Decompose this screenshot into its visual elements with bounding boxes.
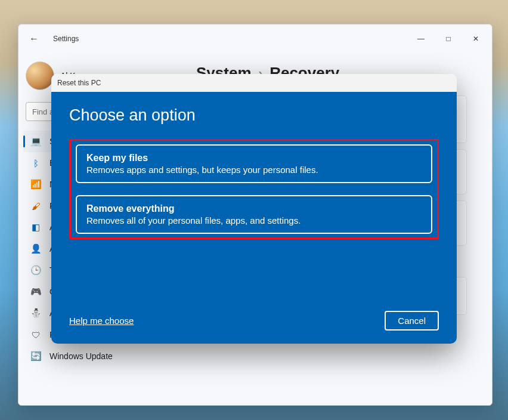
- option-description: Removes apps and settings, but keeps you…: [86, 165, 422, 175]
- minimize-button[interactable]: —: [407, 29, 435, 48]
- nav-icon: ◧: [30, 222, 41, 233]
- sidebar-item-windows-update[interactable]: 🔄Windows Update: [23, 345, 181, 367]
- close-button[interactable]: ✕: [462, 29, 490, 48]
- option-title: Remove everything: [86, 203, 422, 214]
- help-me-choose-link[interactable]: Help me choose: [69, 316, 134, 326]
- option-title: Keep my files: [86, 153, 422, 163]
- cancel-button[interactable]: Cancel: [385, 311, 439, 331]
- keep-my-files-option[interactable]: Keep my filesRemoves apps and settings, …: [76, 144, 432, 183]
- option-description: Removes all of your personal files, apps…: [86, 215, 422, 226]
- titlebar: ← Settings — □ ✕: [18, 24, 492, 53]
- nav-icon: 🛡: [30, 329, 41, 340]
- nav-icon: ᛒ: [30, 158, 41, 168]
- nav-icon: 🎮: [30, 286, 41, 297]
- dialog-heading: Choose an option: [69, 106, 439, 125]
- avatar: [26, 61, 54, 90]
- nav-icon: 🕒: [30, 265, 41, 276]
- nav-icon: 💻: [30, 136, 41, 147]
- window-title: Settings: [53, 35, 79, 43]
- nav-icon: 📶: [30, 179, 41, 190]
- back-button[interactable]: ←: [26, 30, 42, 48]
- nav-icon: 🔄: [30, 351, 41, 362]
- nav-icon: 🖌: [30, 200, 41, 211]
- reset-pc-dialog: Reset this PC Choose an option Keep my f…: [51, 74, 457, 344]
- nav-icon: ⛄: [30, 308, 41, 319]
- remove-everything-option[interactable]: Remove everythingRemoves all of your per…: [76, 195, 432, 234]
- sidebar-item-label: Windows Update: [49, 351, 113, 361]
- nav-icon: 👤: [30, 243, 41, 254]
- maximize-button[interactable]: □: [435, 29, 462, 48]
- dialog-title: Reset this PC: [51, 74, 457, 92]
- annotation-highlight: Keep my filesRemoves apps and settings, …: [69, 139, 439, 239]
